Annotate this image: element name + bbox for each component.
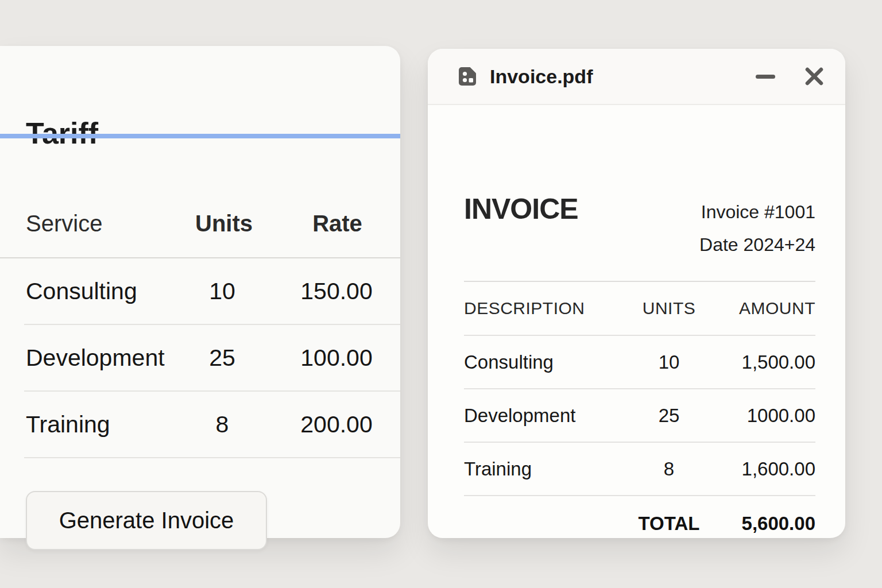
total-amount: 5,600.00 xyxy=(712,513,815,535)
minimize-button[interactable] xyxy=(753,64,778,89)
window-titlebar: Invoice.pdf xyxy=(428,49,845,105)
description-cell: Development xyxy=(464,405,626,427)
tariff-header-units: Units xyxy=(169,211,278,237)
rate-cell: 100.00 xyxy=(277,345,396,372)
rate-cell: 200.00 xyxy=(277,411,396,438)
description-cell: Training xyxy=(464,458,626,480)
close-button[interactable] xyxy=(802,64,827,89)
generate-invoice-button[interactable]: Generate Invoice xyxy=(26,491,267,550)
tariff-panel: Tariff Service Units Rate Consulting 10 … xyxy=(0,46,400,538)
service-cell: Training xyxy=(26,411,168,438)
table-row: Development 25 1000.00 xyxy=(464,389,815,443)
table-row: Consulting 10 1,500.00 xyxy=(464,336,815,389)
service-cell: Development xyxy=(26,345,168,372)
invoice-table: DESCRIPTION UNITS AMOUNT Consulting 10 1… xyxy=(464,281,815,551)
accent-divider xyxy=(0,134,400,138)
units-cell: 25 xyxy=(168,345,277,372)
units-cell: 8 xyxy=(626,458,712,480)
table-row: Training 8 1,600.00 xyxy=(464,443,815,496)
amount-cell: 1,600.00 xyxy=(712,458,815,480)
invoice-meta: Invoice #1001 Date 2024+24 xyxy=(699,196,815,261)
invoice-heading: INVOICE xyxy=(464,192,578,226)
units-cell: 10 xyxy=(626,351,712,373)
rate-cell: 150.00 xyxy=(277,278,396,305)
invoice-header-description: DESCRIPTION xyxy=(464,299,626,318)
invoice-table-header: DESCRIPTION UNITS AMOUNT xyxy=(464,282,815,336)
units-cell: 8 xyxy=(168,411,277,438)
window-title: Invoice.pdf xyxy=(490,65,593,88)
invoice-header-units: UNITS xyxy=(626,299,712,318)
amount-cell: 1,500.00 xyxy=(712,351,815,373)
table-row: Development 25 100.00 xyxy=(24,325,400,392)
units-cell: 10 xyxy=(168,278,277,305)
table-row: Consulting 10 150.00 xyxy=(24,258,400,325)
minimize-icon xyxy=(754,65,777,88)
service-cell: Consulting xyxy=(26,278,168,305)
tariff-header-service: Service xyxy=(26,211,169,237)
tariff-table-header: Service Units Rate xyxy=(0,138,400,258)
amount-cell: 1000.00 xyxy=(712,405,815,427)
invoice-pdf-window: Invoice.pdf INVOICE Invoice #1001 Date 2… xyxy=(428,49,845,538)
invoice-number: Invoice #1001 xyxy=(699,196,815,229)
invoice-total-row: TOTAL 5,600.00 xyxy=(464,496,815,551)
invoice-header-amount: AMOUNT xyxy=(712,299,815,318)
units-cell: 25 xyxy=(626,405,712,427)
tariff-table-body: Consulting 10 150.00 Development 25 100.… xyxy=(24,258,400,458)
invoice-date: Date 2024+24 xyxy=(699,229,815,261)
close-icon xyxy=(803,65,826,88)
total-label: TOTAL xyxy=(626,513,712,535)
description-cell: Consulting xyxy=(464,351,626,373)
pdf-file-icon xyxy=(457,65,479,88)
tariff-header-rate: Rate xyxy=(278,211,396,237)
table-row: Training 8 200.00 xyxy=(24,392,400,458)
